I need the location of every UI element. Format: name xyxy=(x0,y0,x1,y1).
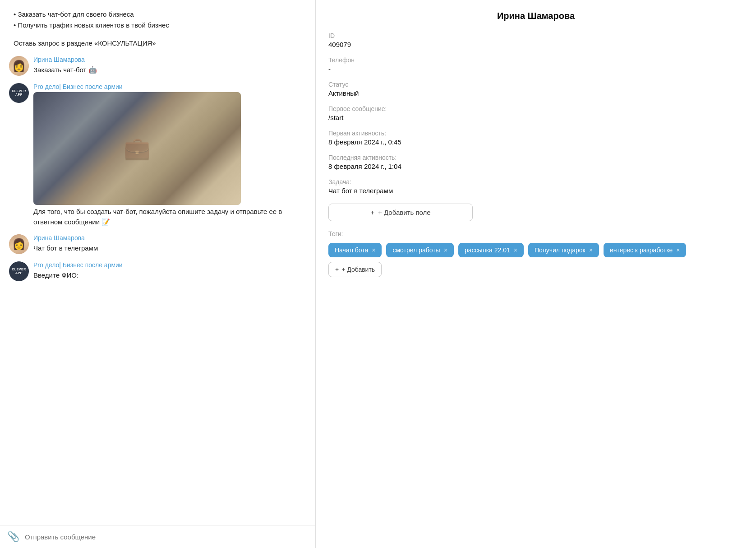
value-first-message: /start xyxy=(328,114,743,121)
tag-1-close[interactable]: × xyxy=(372,246,375,254)
add-field-button[interactable]: + + Добавить поле xyxy=(328,204,473,221)
message-content-clever-1: Pro дело| Бизнес после армии Для того, ч… xyxy=(33,83,306,227)
sender-clever-1[interactable]: Pro дело| Бизнес после армии xyxy=(33,83,306,90)
user-name-title: Ирина Шамарова xyxy=(328,11,743,21)
tag-4: Получил подарок × xyxy=(528,243,599,257)
sender-irina-1[interactable]: Ирина Шамарова xyxy=(33,56,306,63)
info-panel: Ирина Шамарова ID 409079 Телефон - Стату… xyxy=(316,0,756,548)
label-task: Задача: xyxy=(328,178,743,186)
text-irina-2: Чат бот в телеграмм xyxy=(33,243,306,254)
sender-irina-2[interactable]: Ирина Шамарова xyxy=(33,234,306,241)
tags-section: Теги: Начал бота × смотрел работы × расс… xyxy=(328,230,743,277)
text-clever-2: Введите ФИО: xyxy=(33,270,306,281)
tags-container: Начал бота × смотрел работы × рассылка 2… xyxy=(328,243,743,277)
add-tag-icon: + xyxy=(335,266,339,273)
tag-2-text: смотрел работы xyxy=(392,246,440,254)
info-field-task: Задача: Чат бот в телеграмм xyxy=(328,178,743,195)
info-field-last-activity: Последняя активность: 8 февраля 2024 г.,… xyxy=(328,154,743,170)
chat-input-bar: 📎 xyxy=(0,525,315,548)
tag-5: интерес к разработке × xyxy=(604,243,687,257)
tag-3: рассылка 22.01 × xyxy=(458,243,524,257)
tag-2: смотрел работы × xyxy=(386,243,453,257)
value-status: Активный xyxy=(328,89,743,97)
consult-text-block: Оставь запрос в разделе «КОНСУЛЬТАЦИЯ» xyxy=(9,38,306,49)
label-last-activity: Последняя активность: xyxy=(328,154,743,161)
chat-messages-list: • Заказать чат-бот для своего бизнеса • … xyxy=(0,0,315,525)
message-content-irina-1: Ирина Шамарова Заказать чат-бот 🤖 xyxy=(33,56,306,75)
message-row-clever-1: CLEVER APP Pro дело| Бизнес после армии … xyxy=(9,83,306,227)
tag-2-close[interactable]: × xyxy=(444,246,447,254)
message-row-clever-2: CLEVER APP Pro дело| Бизнес после армии … xyxy=(9,261,306,281)
value-first-activity: 8 февраля 2024 г., 0:45 xyxy=(328,138,743,146)
value-phone: - xyxy=(328,65,743,73)
avatar-clever-2: CLEVER APP xyxy=(9,261,29,281)
label-first-activity: Первая активность: xyxy=(328,130,743,137)
tag-3-close[interactable]: × xyxy=(514,246,517,254)
chat-image xyxy=(33,92,241,205)
avatar-irina-1: 👩 xyxy=(9,56,29,76)
tag-5-close[interactable]: × xyxy=(676,246,680,254)
info-field-id: ID 409079 xyxy=(328,32,743,48)
label-phone: Телефон xyxy=(328,56,743,64)
tag-1: Начал бота × xyxy=(328,243,382,257)
tag-3-text: рассылка 22.01 xyxy=(465,246,510,254)
value-task: Чат бот в телеграмм xyxy=(328,187,743,195)
tag-4-text: Получил подарок xyxy=(535,246,585,254)
bullet-line-2: • Получить трафик новых клиентов в твой … xyxy=(14,20,306,31)
sender-clever-2[interactable]: Pro дело| Бизнес после армии xyxy=(33,261,306,269)
bullet-line-1: • Заказать чат-бот для своего бизнеса xyxy=(14,9,306,20)
info-field-phone: Телефон - xyxy=(328,56,743,73)
add-tag-label: + Добавить xyxy=(341,266,375,273)
info-field-first-message: Первое сообщение: /start xyxy=(328,105,743,121)
label-status: Статус xyxy=(328,81,743,88)
avatar-clever-1: CLEVER APP xyxy=(9,83,29,103)
chat-panel: • Заказать чат-бот для своего бизнеса • … xyxy=(0,0,316,548)
value-last-activity: 8 февраля 2024 г., 1:04 xyxy=(328,163,743,170)
tag-4-close[interactable]: × xyxy=(589,246,593,254)
attach-icon[interactable]: 📎 xyxy=(7,531,19,543)
message-content-clever-2: Pro дело| Бизнес после армии Введите ФИО… xyxy=(33,261,306,281)
message-row-irina-1: 👩 Ирина Шамарова Заказать чат-бот 🤖 xyxy=(9,56,306,76)
message-content-irina-2: Ирина Шамарова Чат бот в телеграмм xyxy=(33,234,306,254)
add-field-label: + Добавить поле xyxy=(378,209,431,216)
consult-text: Оставь запрос в разделе «КОНСУЛЬТАЦИЯ» xyxy=(14,38,306,49)
info-field-status: Статус Активный xyxy=(328,81,743,97)
tag-1-text: Начал бота xyxy=(335,246,368,254)
add-field-icon: + xyxy=(370,209,374,216)
tags-label: Теги: xyxy=(328,230,743,237)
value-id: 409079 xyxy=(328,41,743,48)
tag-5-text: интерес к разработке xyxy=(610,246,673,254)
chat-input[interactable] xyxy=(25,533,308,541)
message-row-irina-2: 👩 Ирина Шамарова Чат бот в телеграмм xyxy=(9,234,306,254)
add-tag-button[interactable]: + + Добавить xyxy=(328,262,382,277)
text-clever-1: Для того, что бы создать чат-бот, пожалу… xyxy=(33,207,306,227)
label-id: ID xyxy=(328,32,743,39)
bullet-text-block: • Заказать чат-бот для своего бизнеса • … xyxy=(9,9,306,31)
label-first-message: Первое сообщение: xyxy=(328,105,743,112)
avatar-irina-2: 👩 xyxy=(9,234,29,254)
text-irina-1: Заказать чат-бот 🤖 xyxy=(33,65,306,75)
info-field-first-activity: Первая активность: 8 февраля 2024 г., 0:… xyxy=(328,130,743,146)
